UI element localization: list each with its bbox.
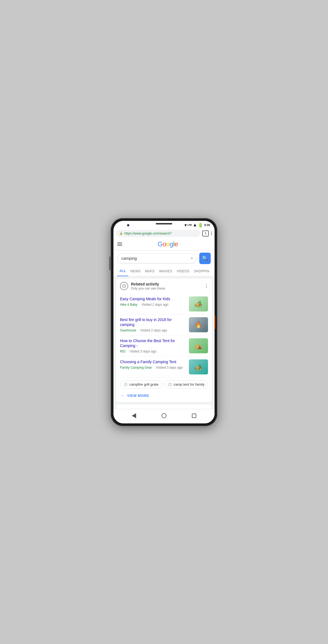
logo-e: e: [174, 240, 178, 248]
thumb-icon-3: ⛺: [194, 342, 203, 350]
chip-campfire[interactable]: 🕐 campfire grill grate: [120, 380, 162, 389]
tab-shopping[interactable]: SHOPPIN: [192, 267, 211, 276]
chip-label-2: camp tent for family: [174, 382, 204, 386]
tabs-row: ALL NEWS MAPS IMAGES VIDEOS SHOPPIN: [113, 266, 215, 276]
chip-clock-icon-2: 🕐: [168, 383, 172, 386]
result-thumb-3: ⛺: [189, 338, 208, 353]
result-item-2[interactable]: Best fire grill to buy in 2018 for campi…: [120, 314, 208, 336]
search-clear-button[interactable]: ×: [191, 256, 193, 261]
search-icon: 🔍: [202, 255, 208, 261]
arrow-icon: →: [120, 393, 124, 398]
svg-line-2: [124, 286, 125, 287]
camera-dot: [127, 224, 129, 226]
tab-count-button[interactable]: 1: [202, 230, 209, 236]
back-icon: [132, 413, 136, 418]
nps-result-card[interactable]: What to Bring - Camping (U.S. National P…: [116, 405, 212, 409]
related-title: Related activity: [131, 282, 165, 286]
result-source-4: Family Camping Gear: [120, 366, 152, 369]
search-button[interactable]: 🔍: [199, 253, 211, 264]
result-title-2: Best fire grill to buy in 2018 for campi…: [120, 317, 186, 327]
related-activity-card: Related activity Only you can see these …: [116, 279, 212, 403]
url-bar-row: 🔒 https://www.google.com/search? 1: [113, 229, 215, 239]
result-item-1[interactable]: Easy Camping Meals for Kids Hike it Baby…: [120, 294, 208, 314]
view-more-text: VIEW MORE: [127, 394, 149, 398]
result-meta-2: ·: [139, 328, 140, 332]
result-visited-3: Visited 3 days ago: [130, 350, 156, 353]
logo-g2: g: [170, 240, 173, 248]
phone-device: ▾ LTE ▲ 🔋 8:00 🔒 https://www.google.com/…: [111, 218, 217, 426]
result-title-3: How to Choose the Best Tent for Camping …: [120, 338, 186, 348]
result-thumb-2: 🔥: [189, 317, 208, 332]
thumb-icon-2: 🔥: [194, 321, 203, 328]
tab-all[interactable]: ALL: [117, 266, 128, 276]
url-protocol: https://: [124, 232, 134, 235]
search-row: camping × 🔍: [113, 250, 215, 266]
result-text-1: Easy Camping Meals for Kids Hike it Baby…: [120, 296, 186, 307]
status-icons: ▾ LTE ▲ 🔋 8:00: [184, 223, 210, 228]
result-meta-4: ·: [154, 366, 156, 369]
url-text: https://www.google.com/search?: [124, 232, 172, 235]
result-thumb-1: 🏕️: [189, 296, 208, 311]
nav-back-button[interactable]: [130, 412, 138, 420]
google-header: Google: [113, 239, 215, 250]
result-text-2: Best fire grill to buy in 2018 for campi…: [120, 317, 186, 333]
content-area: Related activity Only you can see these …: [113, 276, 215, 409]
nav-bar: [113, 409, 215, 423]
home-icon: [162, 413, 166, 418]
wifi-icon: ▾: [184, 223, 187, 228]
tab-news[interactable]: NEWS: [128, 267, 143, 276]
signal-icon: ▲: [193, 223, 197, 227]
result-source-3: REI: [120, 350, 125, 353]
lte-icon: LTE: [188, 224, 192, 226]
result-source-2: Gearhouse: [120, 328, 136, 332]
power-button[interactable]: [109, 256, 110, 270]
tab-images[interactable]: IMAGES: [157, 267, 174, 276]
thumb-icon-1: 🏕️: [194, 300, 203, 308]
orange-accent: [214, 315, 215, 329]
thumb-icon-4: 🏕️: [194, 363, 203, 371]
related-header: Related activity Only you can see these: [120, 282, 208, 290]
lock-icon: 🔒: [119, 232, 123, 235]
nav-recents-button[interactable]: [190, 412, 198, 420]
search-query: camping: [121, 256, 188, 261]
result-visited-2: Visited 2 days ago: [140, 328, 167, 332]
related-text: Related activity Only you can see these: [131, 282, 165, 290]
related-more-button[interactable]: [205, 283, 208, 289]
tab-videos[interactable]: VIDEOS: [174, 267, 192, 276]
url-bar[interactable]: 🔒 https://www.google.com/search?: [116, 230, 200, 237]
battery-icon: 🔋: [198, 223, 203, 228]
result-text-3: How to Choose the Best Tent for Camping …: [120, 338, 186, 354]
result-source-1: Hike it Baby: [120, 303, 137, 307]
google-logo: Google: [158, 240, 178, 248]
status-time: 8:00: [204, 223, 210, 227]
tab-maps[interactable]: MAPS: [143, 267, 157, 276]
chip-clock-icon-1: 🕐: [124, 383, 128, 386]
speaker-bar: [156, 223, 172, 224]
hamburger-menu[interactable]: [117, 242, 122, 246]
result-item-3[interactable]: How to Choose the Best Tent for Camping …: [120, 336, 208, 357]
search-box[interactable]: camping ×: [117, 253, 197, 263]
related-subtitle: Only you can see these: [131, 287, 165, 290]
result-visited-1: Visited 2 days ago: [142, 303, 168, 307]
more-menu-button[interactable]: [211, 232, 212, 235]
clock-icon: [120, 282, 128, 290]
result-title-1: Easy Camping Meals for Kids: [120, 296, 186, 301]
chip-label-1: campfire grill grate: [129, 382, 159, 386]
url-domain: www.google.com/search?: [134, 232, 172, 235]
logo-o2: o: [166, 240, 170, 248]
result-text-4: Choosing a Family Camping Tent Family Ca…: [120, 359, 186, 370]
chips-row: 🕐 campfire grill grate 🕐 camp tent for f…: [120, 377, 208, 390]
chip-tent[interactable]: 🕐 camp tent for family: [164, 380, 208, 389]
result-visited-4: Visited 3 days ago: [156, 366, 183, 369]
phone-screen: ▾ LTE ▲ 🔋 8:00 🔒 https://www.google.com/…: [113, 221, 215, 423]
nav-home-button[interactable]: [160, 412, 168, 420]
result-item-4[interactable]: Choosing a Family Camping Tent Family Ca…: [120, 357, 208, 377]
result-title-4: Choosing a Family Camping Tent: [120, 359, 186, 364]
recents-icon: [192, 414, 196, 418]
view-more-row[interactable]: → VIEW MORE: [120, 390, 208, 399]
result-thumb-4: 🏕️: [189, 359, 208, 374]
logo-g: G: [158, 240, 163, 248]
logo-o1: o: [163, 240, 166, 248]
